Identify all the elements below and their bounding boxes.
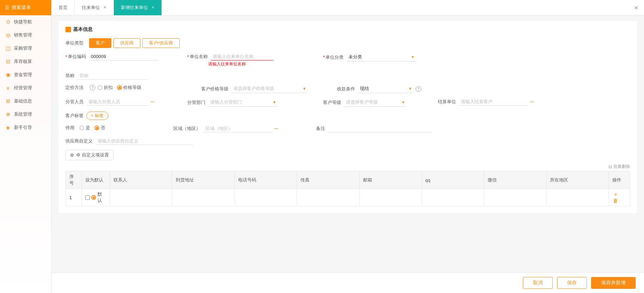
customer-price-level-select[interactable]: 请选择客户价格等级 ▼ [231, 84, 308, 93]
short-name-input[interactable] [77, 72, 147, 80]
tab-partner-list[interactable]: 往来单位 ✕ [75, 0, 114, 15]
row-phone[interactable] [235, 189, 297, 206]
pricing-method-options: 折扣 价格等级 [97, 84, 141, 91]
section-title: 基本信息 [65, 26, 630, 33]
tab-new-partner-close[interactable]: ✕ [151, 5, 155, 10]
code-name-category-row: * 单位编码 * 单位名称 请输入往来单位名称 * [65, 53, 630, 67]
radio-no-circle [94, 125, 99, 130]
row-email[interactable] [359, 189, 422, 206]
pricing-method-help[interactable]: ? [90, 85, 95, 90]
unit-btn-both[interactable]: 客户/供应商 [142, 38, 180, 48]
row-qq[interactable] [422, 189, 484, 206]
unit-name-input[interactable] [211, 53, 273, 60]
quick-nav-icon: ⊙ [5, 19, 11, 25]
sidebar-item-purchase-mgmt[interactable]: ◫ 采购管理 [0, 42, 51, 55]
address-input[interactable] [176, 195, 231, 200]
row-address[interactable] [172, 189, 235, 206]
sidebar-item-basic-info[interactable]: ⊞ 基础信息 [0, 95, 51, 108]
radio-no-label: 否 [101, 125, 105, 131]
radio-discount-circle [97, 85, 102, 90]
row-checkbox[interactable] [85, 195, 90, 200]
radio-price-level-circle [117, 85, 122, 90]
radio-discount[interactable]: 折扣 [97, 84, 113, 91]
customer-level-select[interactable]: 请选择客户等级 ▼ [344, 98, 407, 107]
row-delete-btn[interactable]: 🗑 [612, 198, 619, 204]
row-region[interactable] [546, 189, 608, 206]
supplier-custom-input[interactable] [95, 137, 193, 145]
default-radio[interactable]: 默认 [91, 191, 106, 204]
supplier-custom-row: 供应商自定义 [65, 137, 630, 145]
unit-category-label: 单位分类 [325, 54, 344, 60]
row-fax[interactable] [297, 189, 359, 206]
main-content: 首页 往来单位 ✕ 新增往来单位 ✕ ✕ 基本信息 单位类型 客户 [52, 0, 644, 293]
sidebar-item-label: 新手引导 [14, 124, 32, 131]
add-tag-btn[interactable]: + 标签 [86, 112, 108, 120]
col-contact: 联系人 [110, 171, 172, 189]
contacts-table: 序号 设为默认 联系人 到货地址 电话号码 传真 邮箱 qq 微信 所在地区 操… [65, 171, 630, 206]
payment-terms-help[interactable]: ? [416, 86, 421, 92]
unit-code-input[interactable] [89, 53, 158, 60]
cancel-button[interactable]: 取消 [523, 277, 553, 289]
manager-field: 分管人员 ··· [65, 98, 177, 106]
fax-input[interactable] [300, 195, 355, 200]
manager-input[interactable] [86, 98, 149, 106]
section-title-icon [65, 27, 71, 32]
sidebar-item-finance-mgmt[interactable]: ◉ 资金管理 [0, 68, 51, 81]
manager-label: 分管人员 [65, 99, 84, 105]
sidebar-item-operations-mgmt[interactable]: ≡ 经营管理 [0, 81, 51, 95]
remarks-input[interactable] [328, 125, 432, 132]
new-guide-icon: ◈ [5, 124, 11, 131]
tab-partner-list-close[interactable]: ✕ [103, 5, 107, 10]
radio-price-level[interactable]: 价格等级 [117, 84, 141, 91]
sidebar-item-system-mgmt[interactable]: ⊗ 系统管理 [0, 108, 51, 121]
contact-input[interactable] [113, 195, 168, 200]
manager-more-btn[interactable]: ··· [149, 99, 156, 105]
sidebar-item-inventory-mgmt[interactable]: ⊟ 库存核算 [0, 55, 51, 68]
region-input[interactable] [203, 125, 273, 132]
payment-terms-select[interactable]: 现结 ▼ [358, 84, 414, 93]
tab-home[interactable]: 首页 [52, 0, 75, 15]
radio-yes[interactable]: 是 [79, 125, 90, 131]
sidebar-item-new-guide[interactable]: ◈ 新手引导 [0, 121, 51, 134]
pricing-method-label: 定价方法 [65, 84, 84, 91]
save-button[interactable]: 保存 [557, 277, 587, 289]
wechat-input[interactable] [488, 195, 543, 200]
unit-type-label: 单位类型 [65, 40, 84, 46]
col-email: 邮箱 [359, 171, 422, 189]
settlement-unit-more-btn[interactable]: ··· [528, 99, 535, 105]
region-more-btn[interactable]: ··· [273, 126, 280, 131]
close-all-tabs[interactable]: ✕ [634, 4, 638, 11]
disable-region-row: 停用 是 否 区域（地区） [65, 125, 630, 132]
row-add-btn[interactable]: ＋ [612, 191, 619, 197]
radio-no[interactable]: 否 [94, 125, 105, 131]
tab-new-partner[interactable]: 新增往来单位 ✕ [114, 0, 162, 15]
sidebar-item-sales-mgmt[interactable]: ◎ 销售管理 [0, 29, 51, 42]
col-num: 序号 [66, 171, 82, 189]
tab-partner-list-label: 往来单位 [82, 5, 100, 11]
qq-input[interactable] [425, 195, 480, 200]
region-input-cell[interactable] [550, 195, 605, 200]
phone-input[interactable] [238, 195, 293, 200]
disable-field: 停用 是 否 [65, 125, 163, 131]
unit-name-field: * 单位名称 请输入往来单位名称 [187, 53, 313, 67]
sidebar-item-quick-nav[interactable]: ⊙ 快捷导航 [0, 15, 51, 29]
custom-settings-btn[interactable]: ⚙ ⚙ 自定义项设置 [65, 150, 113, 160]
unit-btn-customer[interactable]: 客户 [89, 38, 111, 48]
manager-dept-row: 分管人员 ··· 分管部门 请输入分管部门 ▼ 客户等级 [65, 98, 630, 107]
customer-tag-field: 客户标签 + 标签 [65, 112, 630, 120]
search-icon: ☰ [5, 5, 9, 10]
pricing-row: 定价方法 ? 折扣 价格等级 [65, 84, 630, 93]
unit-category-select[interactable]: 未分类 ▼ [346, 53, 416, 62]
batch-delete-label[interactable]: 批量删除 [613, 164, 630, 170]
search-menu[interactable]: ☰ 搜索菜单 [0, 0, 51, 15]
email-input[interactable] [363, 195, 418, 200]
save-new-button[interactable]: 保存并新增 [591, 277, 636, 289]
department-select[interactable]: 请输入分管部门 ▼ [208, 98, 278, 107]
customer-tag-row: 客户标签 + 标签 [65, 112, 630, 120]
settlement-unit-input[interactable] [459, 98, 528, 106]
row-wechat[interactable] [484, 189, 546, 206]
form-content: 基本信息 单位类型 客户 供应商 客户/供应商 * 单位编码 [52, 15, 644, 272]
unit-type-row: 单位类型 客户 供应商 客户/供应商 [65, 38, 630, 48]
row-contact[interactable] [110, 189, 172, 206]
unit-btn-supplier[interactable]: 供应商 [113, 38, 140, 48]
